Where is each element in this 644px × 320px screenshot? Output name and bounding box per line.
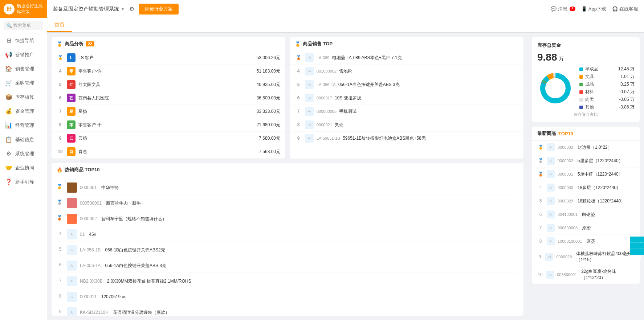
product-rank-item: 7 Ai 000800005 手机测试 [290,105,523,118]
notification-icon: 💬 [551,6,557,12]
product-name: 18颗粒板（1220*2440） [578,198,625,204]
dropdown-icon[interactable]: ▼ [121,7,125,12]
new-product-item: 🥈 Ai 0000032 5厘多层（1220*2440） [532,154,640,168]
product-img: Ai [546,271,554,279]
sidebar-item-system[interactable]: ⚙ 系统管理 [0,147,47,161]
notifications-button[interactable]: 💬 消息 6 [551,6,575,12]
legend-dot [579,67,583,71]
sidebar-item-guide[interactable]: ❓ 新手引导 [0,175,47,189]
product-code: 000500001 [80,201,102,206]
product-name: 原垄 [586,238,595,245]
customer-value: 7,680.00元 [259,135,280,141]
customers-list: 🥇 L LS 客户 53,006.26元 4 零 零售客户-许 51,183.0… [52,51,285,159]
customer-rank-item: 5 红 红太阳文具 40,925.00元 [52,78,285,91]
product-info: LA-59651-1B 59651-1B旋转投影灯电池盒ABS黑色+58壳 [317,135,518,141]
rank-number: 10 [537,272,543,277]
sidebar: 好 畅捷通好生意 标准版 🔍 搜索菜单 ⊞ 快捷导航 📢 营销推广 🏠 销售管理… [0,0,47,320]
customer-value: 40,925.00元 [257,82,280,88]
sidebar-item-inventory[interactable]: 📦 库存核算 [0,90,47,104]
rank-number: 7 [295,109,302,114]
online-service-button[interactable]: 🎧 在线客服 [612,6,638,12]
sidebar-item-sales[interactable]: 🏠 销售管理 [0,62,47,76]
guide-icon: ❓ [5,179,12,185]
customer-name: 红太阳文具 [78,82,254,88]
product-img: Ai [547,210,555,218]
sidebar-item-basic-info[interactable]: 📋 基础信息 [0,132,47,147]
operations-icon: 📊 [5,122,12,129]
trial-button[interactable]: 体验行业方案 [139,4,179,15]
page-tabs: 首页 [47,18,644,33]
legend-dot [579,90,583,94]
customer-avatar: 零 [67,67,76,75]
quick-nav-icon: ⊞ [5,37,12,44]
product-code: 0000002 [80,216,97,221]
float-buttons: 客服热线 服务社区 直播 [630,237,644,255]
product-thumbnail: Ai [67,276,77,286]
float-btn-service-community[interactable]: 服务社区 [630,243,644,249]
product-name: 原垄 [582,225,591,231]
middle-panels: 🏅 商品分析 22 🥇 L LS 客户 53,006.26元 4 零 零售客户-… [47,33,528,320]
content-area: 🏅 商品分析 22 🥇 L LS 客户 53,006.26元 4 零 零售客户-… [47,33,644,320]
marketing-icon: 📢 [5,51,12,58]
customer-rank-item: 9 云 云扬 7,680.00元 [52,132,285,145]
customer-name: 零售客户-许 [78,68,254,74]
customer-value: 33,333.00元 [257,108,280,115]
rank-number: 8 [537,239,544,244]
customer-name: LS 客户 [78,55,254,61]
product-name: 45# [89,232,96,237]
product-name: 18多层（1220*2440） [578,185,621,191]
hot-product-item: 4 Ai 01 45# [57,227,518,242]
product-thumbnail [67,198,77,208]
product-name: 22g鱼豆腐-烧烤味（1*12*20） [581,268,635,281]
product-name: 花语萌恒温分离罐袋（厚款） [113,309,170,316]
donut-legend: 半成品 12.45 万 文具 1.01 万 成品 0.25 万 材料 0.07 … [579,66,635,110]
product-img: Ai [305,94,314,102]
settings-icon[interactable]: ⚙ [129,5,134,12]
search-menu-button[interactable]: 🔍 搜索菜单 [4,21,43,30]
product-name: 056-1A白色按键开关盖ABS 3壳 [105,263,166,269]
rank-number: 9 [57,136,64,141]
product-img: Ai [305,67,314,75]
sidebar-item-operations[interactable]: 📊 经营管理 [0,118,47,132]
inventory-card: 库存总资金 9.88 万 [532,37,640,122]
customer-name: 肖总 [78,149,256,155]
search-icon: 🔍 [7,23,12,28]
app-download-button[interactable]: 📱 App下载 [581,6,606,12]
customer-avatar: 星 [67,107,76,116]
inventory-unit: 万 [559,56,564,62]
product-name: 封边带（1.0*22） [578,144,612,151]
float-btn-customer-service[interactable]: 客服热线 [630,237,644,243]
sidebar-item-cooperation[interactable]: 🤝 企业协同 [0,161,47,175]
rank-icon: 5 [57,246,64,254]
product-name: 智利车子里（规格不知道填什么） [101,216,167,222]
system-name: 装备及固定资产辅助管理系统 ▼ [53,6,125,12]
top-two-col: 🏅 商品分析 22 🥇 L LS 客户 53,006.26元 4 零 零售客户-… [52,37,523,159]
float-btn-live[interactable]: 直播 [630,249,644,255]
legend-value: 1.01 万 [620,74,635,80]
legend-item: 其他 -3.86 万 [579,104,635,110]
new-products-header: 最新商品 TOP10 [532,127,640,141]
product-rank-item: 5 Ai LA-056-1A 056-1A白色按键开关盖ABS 3克 [290,78,523,91]
sidebar-item-marketing[interactable]: 📢 营销推广 [0,48,47,62]
sidebar-item-purchase[interactable]: 🛒 采购管理 [0,76,47,90]
hot-products-section: 🔥 热销商品 TOP10 🥇 0000001 中华神箭 🥈 000500001 … [52,163,523,316]
sidebar-item-finance[interactable]: 💰 资金管理 [0,104,47,118]
hot-product-item: 🥇 0000001 中华神箭 [57,181,518,195]
customer-avatar: 苍 [67,94,76,102]
product-code: 0000029 [558,199,573,203]
product-img: Ai [305,134,314,143]
product-img: Ai [305,80,314,89]
legend-value: 12.45 万 [618,66,635,72]
product-code: 0000033 [558,145,573,149]
headset-icon: 🎧 [612,6,618,12]
product-name: 中华神箭 [101,185,119,191]
product-code: 0000030 [558,185,573,190]
customer-value: 7,563.00元 [259,149,280,155]
product-img: Ai [305,107,314,116]
tab-home[interactable]: 首页 [47,19,72,32]
hot-product-item: 5 Ai LA-056-1B 056-1B白色按键开关壳ABS2壳 [57,243,518,257]
sidebar-item-quick-nav[interactable]: ⊞ 快捷导航 [0,33,47,48]
new-product-item: 4 Ai 0000030 18多层（1220*2440） [532,181,640,194]
product-thumbnail: Ai [67,229,77,239]
new-product-item: 🥉 Ai 0000031 5厘中纤（1220*2440） [532,168,640,181]
